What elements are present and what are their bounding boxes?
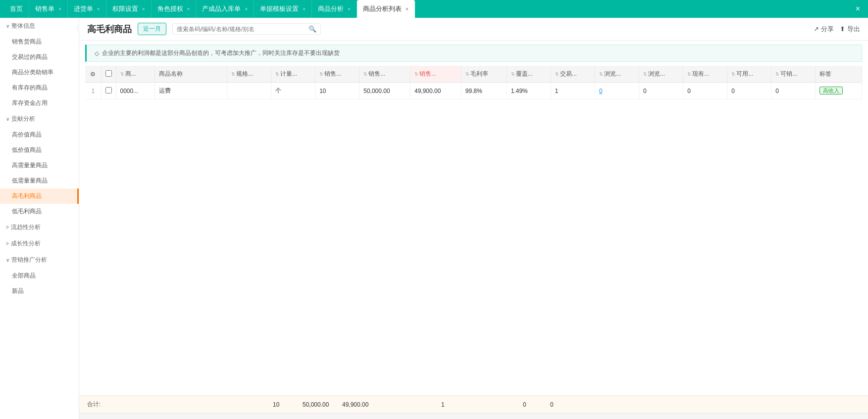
- available-stock-cell: 0: [727, 83, 771, 99]
- settings-icon[interactable]: ⚙: [90, 71, 96, 78]
- total-sales-profit: 49,900.00: [342, 401, 382, 408]
- row-checkbox-cell[interactable]: [101, 83, 116, 99]
- sidebar-group-growth-analysis[interactable]: >成长性分析: [0, 235, 79, 252]
- col-sort-icon: ⇅: [511, 72, 515, 77]
- share-button[interactable]: ↗ 分享: [814, 25, 834, 34]
- sidebar-item-low-margin[interactable]: 低毛利商品: [0, 204, 79, 219]
- total-available-stock: 0: [550, 401, 577, 408]
- sidebar-item-product-assist-rate[interactable]: 商品分类助销率: [0, 65, 79, 80]
- nav-close-purchase-order[interactable]: ×: [97, 6, 100, 12]
- nav-item-permission-settings[interactable]: 权限设置×: [106, 0, 152, 18]
- sidebar-item-stocked-products[interactable]: 有库存的商品: [0, 80, 79, 95]
- sidebar-item-high-quantity[interactable]: 高需量量商品: [0, 158, 79, 173]
- available-stock-col-header[interactable]: ⇅可用...: [727, 66, 771, 83]
- group-arrow-icon: >: [6, 241, 9, 246]
- unit-col-header[interactable]: ⇅计量...: [271, 66, 315, 83]
- sidebar: « ∨整体信息销售货商品交易过的商品商品分类助销率有库存的商品库存资金占用∨贡献…: [0, 18, 79, 419]
- checkbox-col-header[interactable]: [101, 66, 116, 83]
- col-sort-icon: ⇅: [775, 72, 779, 77]
- product-name-col-header[interactable]: 商品名称: [154, 66, 227, 83]
- nav-item-home[interactable]: 首页: [4, 0, 29, 18]
- sidebar-item-all-products[interactable]: 全部商品: [0, 268, 79, 283]
- nav-close-role-permissions[interactable]: ×: [187, 6, 190, 12]
- browse2-col-header[interactable]: ⇅浏览...: [639, 66, 683, 83]
- export-button[interactable]: ⬆ 导出: [840, 25, 860, 34]
- nav-item-product-analysis[interactable]: 商品分析×: [312, 0, 357, 18]
- nav-item-product-analysis-list[interactable]: 商品分析列表×: [357, 0, 415, 18]
- col-sort-icon: ⇅: [275, 72, 279, 77]
- transaction-col-header[interactable]: ⇅交易...: [551, 66, 595, 83]
- nav-item-order-template[interactable]: 单据模板设置×: [254, 0, 312, 18]
- sidebar-item-new-products[interactable]: 新品: [0, 283, 79, 299]
- table-container: ⚙ ⇅商... 商品名称 ⇅规格... ⇅计量... ⇅销售... ⇅销售...…: [79, 66, 868, 395]
- col-sort-icon: ⇅: [231, 72, 235, 77]
- search-icon[interactable]: 🔍: [308, 25, 316, 33]
- nav-item-purchase-order[interactable]: 进货单×: [68, 0, 106, 18]
- total-sales-qty: 10: [273, 401, 303, 408]
- nav-close-product-analysis-list[interactable]: ×: [406, 6, 408, 12]
- browse1-cell[interactable]: 0: [595, 83, 639, 99]
- col-sort-icon: ⇅: [599, 72, 603, 77]
- col-sort-icon: ⇅: [120, 72, 124, 77]
- gross-margin-col-header[interactable]: ⇅毛利率: [461, 66, 507, 83]
- browse1-link[interactable]: 0: [599, 88, 603, 94]
- tag-cell: 高收入: [816, 83, 862, 99]
- nav-close-product-analysis[interactable]: ×: [348, 6, 351, 12]
- sidebar-group-trend-analysis[interactable]: >流趋性分析: [0, 219, 79, 235]
- select-all-checkbox[interactable]: [105, 70, 112, 77]
- row-checkbox[interactable]: [105, 87, 112, 93]
- product-table: ⚙ ⇅商... 商品名称 ⇅规格... ⇅计量... ⇅销售... ⇅销售...…: [85, 66, 862, 99]
- horizontal-scrollbar[interactable]: [79, 413, 868, 419]
- sidebar-group-overall-info[interactable]: ∨整体信息: [0, 18, 79, 34]
- close-all-tabs-button[interactable]: ×: [852, 4, 864, 13]
- nav-close-product-warehouse[interactable]: ×: [245, 6, 248, 12]
- settings-col-header[interactable]: ⚙: [85, 66, 101, 83]
- total-label: 合计:: [87, 400, 117, 409]
- sellable-col-header[interactable]: ⇅可销...: [771, 66, 816, 83]
- product-code-col-header[interactable]: ⇅商...: [116, 66, 154, 83]
- tag-col-header[interactable]: 标签: [816, 66, 862, 83]
- export-label: 导出: [847, 25, 860, 34]
- sidebar-item-sales-ranking[interactable]: 销售货商品: [0, 34, 79, 49]
- current-stock-col-header[interactable]: ⇅现有...: [683, 66, 727, 83]
- nav-item-role-permissions[interactable]: 角色授权×: [152, 0, 197, 18]
- main-layout: « ∨整体信息销售货商品交易过的商品商品分类助销率有库存的商品库存资金占用∨贡献…: [0, 18, 868, 419]
- gross-margin-cell: 99.8%: [461, 83, 507, 99]
- header-actions: ↗ 分享 ⬆ 导出: [814, 25, 860, 34]
- nav-item-sales-order[interactable]: 销售单×: [29, 0, 68, 18]
- date-filter-recent-month[interactable]: 近一月: [138, 23, 166, 35]
- sidebar-group-label: 流趋性分析: [11, 223, 41, 232]
- spec-col-header[interactable]: ⇅规格...: [227, 66, 271, 83]
- sidebar-item-high-value[interactable]: 高价值商品: [0, 127, 79, 142]
- group-arrow-icon: ∨: [6, 23, 9, 29]
- transaction-cell: 1: [551, 83, 595, 99]
- sidebar-group-marketing-analysis[interactable]: ∨营销推广分析: [0, 252, 79, 268]
- sidebar-item-inventory-capital[interactable]: 库存资金占用: [0, 95, 79, 111]
- sales-qty-col-header[interactable]: ⇅销售...: [315, 66, 359, 83]
- sales-amount-col-header[interactable]: ⇅销售...: [359, 66, 410, 83]
- sellable-cell: 0: [771, 83, 816, 99]
- sidebar-group-wealth-analysis[interactable]: ∨贡献分析: [0, 111, 79, 127]
- share-icon: ↗: [814, 25, 819, 33]
- sidebar-item-high-margin[interactable]: 高毛利商品: [0, 188, 79, 204]
- sidebar-group-label: 整体信息: [11, 22, 35, 30]
- sales-amount-cell: 50,000.00: [359, 83, 410, 99]
- sales-profit-cell: 49,900.00: [410, 83, 461, 99]
- nav-close-permission-settings[interactable]: ×: [142, 6, 145, 12]
- sidebar-group-label: 营销推广分析: [11, 256, 47, 264]
- nav-close-sales-order[interactable]: ×: [58, 6, 61, 12]
- browse2-cell: 0: [639, 83, 683, 99]
- nav-close-order-template[interactable]: ×: [303, 6, 306, 12]
- col-sort-icon: ⇅: [643, 72, 647, 77]
- sidebar-item-traded-products[interactable]: 交易过的商品: [0, 49, 79, 65]
- nav-item-product-warehouse[interactable]: 产成品入库单×: [196, 0, 254, 18]
- sidebar-item-low-value[interactable]: 低价值商品: [0, 142, 79, 158]
- coverage-col-header[interactable]: ⇅覆盖...: [507, 66, 551, 83]
- sidebar-item-low-quantity[interactable]: 低需量量商品: [0, 173, 79, 188]
- export-icon: ⬆: [840, 25, 845, 33]
- browse1-col-header[interactable]: ⇅浏览...: [595, 66, 639, 83]
- product-name-cell: 运费: [154, 83, 227, 99]
- search-input[interactable]: [177, 26, 306, 33]
- sales-profit-col-header[interactable]: ⇅销售...: [410, 66, 461, 83]
- col-sort-icon: ⇅: [731, 72, 735, 77]
